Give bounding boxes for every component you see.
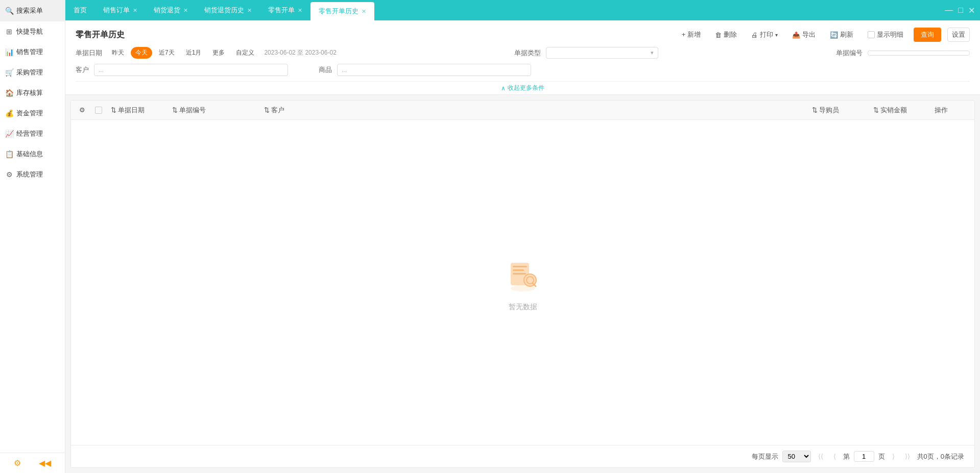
tab-sales-order-label: 销售订单 (103, 6, 130, 15)
sidebar-item-label: 快捷导航 (16, 27, 43, 36)
page-prev-button[interactable]: ⟨ (830, 452, 839, 461)
collapse-sidebar-button[interactable]: ◀◀ (39, 458, 51, 468)
number-filter-input[interactable] (868, 51, 970, 56)
page-next-button[interactable]: ⟩ (889, 452, 898, 461)
sidebar-item-label: 经营管理 (16, 129, 43, 138)
close-sales-return-icon[interactable]: ✕ (183, 7, 188, 14)
customer-filter-input[interactable]: ... (94, 64, 288, 76)
col-guide-sort-icon: ⇅ (812, 106, 818, 114)
col-customer[interactable]: ⇅ 客户 (260, 106, 808, 115)
content-area: 零售开单历史 + 新增 🗑 删除 🖨 打印 ▾ 📤 (65, 20, 980, 473)
page-first-button[interactable]: ⟨⟨ (815, 452, 826, 461)
goods-filter-input[interactable]: ... (337, 64, 531, 76)
window-close-button[interactable]: ✕ (968, 6, 975, 15)
close-sales-return-history-icon[interactable]: ✕ (247, 7, 252, 14)
col-action-label: 操作 (935, 106, 948, 115)
add-button[interactable]: + 新增 (678, 28, 705, 41)
print-button[interactable]: 🖨 打印 ▾ (747, 28, 782, 41)
col-guide[interactable]: ⇅ 导购员 (808, 106, 869, 115)
print-dropdown-icon: ▾ (775, 32, 778, 38)
date-today-button[interactable]: 今天 (131, 47, 152, 59)
search-icon: 🔍 (5, 7, 13, 15)
settings-button[interactable]: 设置 (947, 28, 970, 42)
pagination: 每页显示 50 100 200 ⟨⟨ ⟨ 第 页 ⟩ ⟩⟩ 共0页，0条记录 (71, 445, 974, 467)
tab-retail-open[interactable]: 零售开单 ✕ (260, 0, 310, 20)
sidebar-item-sales-mgmt[interactable]: 📊 销售管理 (0, 42, 65, 62)
close-sales-order-icon[interactable]: ✕ (133, 7, 137, 14)
sidebar-search[interactable]: 🔍 搜索采单 (0, 0, 65, 21)
col-date[interactable]: ⇅ 单据日期 (107, 106, 168, 115)
table-container: ⚙ ⇅ 单据日期 ⇅ 单据编号 ⇅ 客户 ⇅ 导购员 (70, 100, 975, 468)
svg-rect-4 (513, 273, 526, 275)
sidebar-item-label: 资金管理 (16, 109, 43, 118)
date-7days-button[interactable]: 近7天 (154, 47, 179, 59)
delete-button[interactable]: 🗑 删除 (711, 28, 741, 41)
sales-mgmt-icon: 📊 (5, 48, 13, 56)
date-more-button[interactable]: 更多 (208, 47, 229, 59)
tab-home[interactable]: 首页 (65, 0, 95, 20)
tab-retail-open-history[interactable]: 零售开单历史 ✕ (310, 2, 374, 20)
display-detail-checkbox[interactable] (868, 31, 875, 38)
top-nav: 首页 销售订单 ✕ 销货退货 ✕ 销货退货历史 ✕ 零售开单 ✕ 零售开单历史 … (65, 0, 980, 20)
export-button[interactable]: 📤 导出 (788, 28, 820, 41)
type-filter-select[interactable]: ▾ (546, 47, 658, 59)
query-button[interactable]: 查询 (914, 28, 941, 42)
page-suffix: 页 (878, 452, 885, 461)
sidebar-bottom: ⚙ ◀◀ (0, 453, 65, 473)
page-number-input[interactable] (854, 451, 874, 462)
sidebar-item-operations[interactable]: 📈 经营管理 (0, 123, 65, 144)
sidebar-item-purchase-mgmt[interactable]: 🛒 采购管理 (0, 62, 65, 83)
table-check-all[interactable] (90, 107, 107, 114)
close-retail-open-icon[interactable]: ✕ (298, 7, 302, 14)
toolbar: + 新增 🗑 删除 🖨 打印 ▾ 📤 导出 (678, 28, 970, 42)
window-minimize-button[interactable]: — (945, 6, 953, 15)
settings-gear-button[interactable]: ⚙ (14, 458, 21, 468)
col-customer-sort-icon: ⇅ (264, 106, 270, 114)
filter-row-2: 客户 ... 商品 ... (76, 64, 970, 76)
quick-nav-icon: ⊞ (5, 28, 13, 36)
table-settings-icon[interactable]: ⚙ (74, 106, 90, 114)
tab-home-label: 首页 (74, 6, 87, 15)
col-number-sort-icon: ⇅ (172, 106, 178, 114)
number-filter-label: 单据编号 (836, 48, 863, 58)
close-retail-open-history-icon[interactable]: ✕ (362, 8, 366, 15)
per-page-select[interactable]: 50 100 200 (782, 451, 811, 462)
tab-sales-return-label: 销货退货 (154, 6, 180, 15)
date-range-display: 2023-06-02 至 2023-06-02 (264, 48, 336, 57)
col-customer-label: 客户 (271, 106, 284, 115)
collapse-filter-label: 收起更多条件 (508, 84, 544, 92)
sidebar-item-sys-mgmt[interactable]: ⚙ 系统管理 (0, 164, 65, 185)
tab-sales-order[interactable]: 销售订单 ✕ (95, 0, 146, 20)
refresh-button[interactable]: 🔄 刷新 (826, 28, 857, 41)
sidebar-item-quick-nav[interactable]: ⊞ 快捷导航 (0, 21, 65, 42)
col-date-label: 单据日期 (118, 106, 145, 115)
tab-sales-return[interactable]: 销货退货 ✕ (146, 0, 196, 20)
col-action: 操作 (930, 106, 971, 115)
svg-rect-2 (513, 266, 527, 267)
sidebar-search-label: 搜索采单 (16, 6, 43, 15)
check-all-checkbox[interactable] (95, 107, 102, 114)
export-label: 导出 (802, 30, 816, 39)
print-label: 打印 (760, 30, 773, 39)
window-maximize-button[interactable]: □ (958, 6, 963, 15)
page-last-button[interactable]: ⟩⟩ (902, 452, 913, 461)
page-label: 第 (843, 452, 850, 461)
delete-label: 删除 (724, 30, 737, 39)
sidebar-item-finance[interactable]: 💰 资金管理 (0, 103, 65, 123)
purchase-mgmt-icon: 🛒 (5, 68, 13, 77)
sidebar: 🔍 搜索采单 ⊞ 快捷导航 📊 销售管理 🛒 采购管理 🏠 库存核算 💰 资金管… (0, 0, 65, 473)
collapse-filter-button[interactable]: ∧ 收起更多条件 (76, 81, 970, 94)
col-number[interactable]: ⇅ 单据编号 (168, 106, 260, 115)
display-detail-button[interactable]: 显示明细 (864, 28, 907, 41)
goods-filter-label: 商品 (319, 65, 332, 74)
display-detail-label: 显示明细 (877, 30, 903, 39)
sidebar-item-basic-info[interactable]: 📋 基础信息 (0, 144, 65, 164)
tab-sales-return-history[interactable]: 销货退货历史 ✕ (196, 0, 260, 20)
refresh-label: 刷新 (840, 30, 853, 39)
date-yesterday-button[interactable]: 昨天 (107, 47, 129, 59)
tab-retail-open-label: 零售开单 (268, 6, 295, 15)
date-custom-button[interactable]: 自定义 (231, 47, 259, 59)
sidebar-item-inventory[interactable]: 🏠 库存核算 (0, 83, 65, 103)
date-1month-button[interactable]: 近1月 (181, 47, 206, 59)
col-amount[interactable]: ⇅ 实销金额 (869, 106, 930, 115)
